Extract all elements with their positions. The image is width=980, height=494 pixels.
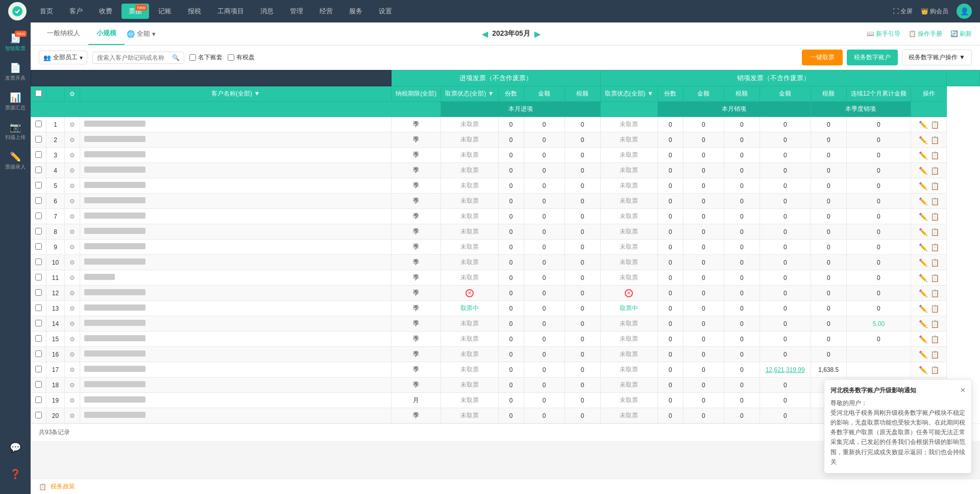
gear-icon[interactable]: ⚙ [69, 228, 75, 236]
row-checkbox[interactable] [35, 213, 42, 219]
sidebar-item-invoice-summary[interactable]: 📊 票据汇总 [0, 87, 31, 116]
nav-operation[interactable]: 经营 [312, 4, 340, 19]
search-input[interactable] [97, 54, 170, 61]
gear-icon[interactable]: ⚙ [69, 198, 75, 205]
gear-icon[interactable]: ⚙ [69, 305, 75, 312]
edit-icon[interactable]: ✏️ [919, 243, 927, 251]
copy-icon[interactable]: 📋 [930, 136, 939, 144]
next-month-button[interactable]: ▶ [534, 29, 541, 39]
sub-account-checkbox[interactable] [189, 54, 196, 61]
copy-icon[interactable]: 📋 [930, 197, 939, 205]
edit-icon[interactable]: ✏️ [919, 228, 927, 236]
nav-settings[interactable]: 设置 [372, 4, 399, 19]
sidebar-item-open-invoice[interactable]: 📄 发票开具 [0, 57, 31, 87]
edit-icon[interactable]: ✏️ [919, 320, 927, 328]
tax-disk-checkbox[interactable] [228, 54, 234, 61]
edit-icon[interactable]: ✏️ [919, 350, 927, 359]
copy-icon[interactable]: 📋 [930, 274, 939, 282]
sidebar-help-icon[interactable]: ❓ [10, 463, 21, 486]
gear-icon[interactable]: ⚙ [69, 244, 75, 251]
gear-icon[interactable]: ⚙ [69, 259, 75, 266]
header-tax-period[interactable]: 纳税期限(全部) [391, 86, 441, 102]
row-checkbox[interactable] [35, 335, 42, 342]
gear-icon[interactable]: ⚙ [69, 336, 75, 343]
edit-icon[interactable]: ✏️ [919, 197, 927, 205]
sub-account-checkbox-label[interactable]: 名下账套 [189, 53, 223, 62]
gear-icon[interactable]: ⚙ [69, 290, 75, 297]
edit-icon[interactable]: ✏️ [919, 258, 927, 267]
gear-icon[interactable]: ⚙ [69, 136, 75, 144]
sidebar-item-scan-upload[interactable]: 📷 扫描上传 [0, 116, 31, 146]
edit-icon[interactable]: ✏️ [919, 136, 927, 144]
gear-icon[interactable]: ⚙ [69, 397, 75, 404]
manual-link[interactable]: 📋 操作手册 [909, 30, 942, 38]
sidebar-item-invoice-entry[interactable]: ✏️ 票据录入 [0, 146, 31, 176]
header-out-status[interactable]: 取票状态(全部) ▼ [600, 86, 657, 102]
row-checkbox[interactable] [35, 396, 42, 403]
row-checkbox[interactable] [35, 304, 42, 311]
copy-icon[interactable]: 📋 [930, 182, 939, 190]
row-checkbox[interactable] [35, 121, 42, 127]
row-checkbox[interactable] [35, 167, 42, 173]
sidebar-item-smart-invoice[interactable]: 🧾 智能取票 new [0, 28, 31, 57]
row-checkbox[interactable] [35, 320, 42, 326]
row-checkbox[interactable] [35, 366, 42, 372]
edit-icon[interactable]: ✏️ [919, 304, 927, 313]
gear-icon[interactable]: ⚙ [69, 382, 75, 389]
edit-icon[interactable]: ✏️ [919, 366, 927, 374]
edit-icon[interactable]: ✏️ [919, 213, 927, 221]
tab-general-taxpayer[interactable]: 一般纳税人 [39, 22, 88, 45]
nav-business[interactable]: 工商项目 [210, 4, 251, 19]
copy-icon[interactable]: 📋 [930, 228, 939, 236]
row-checkbox[interactable] [35, 228, 42, 234]
gear-icon[interactable]: ⚙ [69, 213, 75, 220]
popup-close-button[interactable]: ✕ [960, 386, 965, 395]
gear-icon[interactable]: ⚙ [69, 366, 75, 373]
edit-icon[interactable]: ✏️ [919, 182, 927, 190]
avatar[interactable]: 👤 [957, 4, 972, 19]
edit-icon[interactable]: ✏️ [919, 335, 927, 343]
row-checkbox[interactable] [35, 243, 42, 250]
member-btn[interactable]: 👑 购会员 [921, 7, 948, 16]
copy-icon[interactable]: 📋 [930, 366, 939, 374]
nav-tax[interactable]: 报税 [181, 4, 208, 19]
gear-icon[interactable]: ⚙ [69, 167, 75, 174]
tax-digital-ops-button[interactable]: 税务数字账户操作 ▼ [902, 50, 972, 65]
copy-icon[interactable]: 📋 [930, 258, 939, 267]
row-checkbox[interactable] [35, 197, 42, 204]
row-checkbox[interactable] [35, 258, 42, 265]
copy-icon[interactable]: 📋 [930, 243, 939, 251]
edit-icon[interactable]: ✏️ [919, 167, 927, 175]
fullscreen-btn[interactable]: ⛶ 全屏 [893, 7, 913, 16]
tab-small-scale[interactable]: 小规模 [88, 22, 125, 45]
gear-icon[interactable]: ⚙ [69, 320, 75, 327]
edit-icon[interactable]: ✏️ [919, 121, 927, 129]
edit-icon[interactable]: ✏️ [919, 274, 927, 282]
row-checkbox[interactable] [35, 136, 42, 143]
header-in-status[interactable]: 取票状态(全部) ▼ [441, 86, 498, 102]
gear-icon[interactable]: ⚙ [69, 351, 75, 358]
sidebar-chat-icon[interactable]: 💬 [10, 437, 21, 459]
copy-icon[interactable]: 📋 [930, 320, 939, 328]
copy-icon[interactable]: 📋 [930, 335, 939, 343]
gear-icon[interactable]: ⚙ [69, 412, 75, 419]
refresh-link[interactable]: 🔄 刷新 [950, 30, 972, 38]
nav-message[interactable]: 消息 [253, 4, 281, 19]
one-click-fetch-button[interactable]: 一键取票 [802, 50, 843, 65]
row-checkbox[interactable] [35, 182, 42, 189]
copy-icon[interactable]: 📋 [930, 304, 939, 313]
edit-icon[interactable]: ✏️ [919, 289, 927, 297]
row-checkbox[interactable] [35, 350, 42, 357]
edit-icon[interactable]: ✏️ [919, 151, 927, 159]
copy-icon[interactable]: 📋 [930, 121, 939, 129]
nav-fee[interactable]: 收费 [92, 4, 119, 19]
header-client-name[interactable]: 客户名称(全部) ▼ [80, 86, 391, 102]
nav-home[interactable]: 首页 [33, 4, 60, 19]
tax-digital-button[interactable]: 税务数字账户 [847, 50, 898, 65]
tab-all[interactable]: 🌐 全能 ▾ [127, 29, 156, 38]
copy-icon[interactable]: 📋 [930, 289, 939, 297]
gear-icon[interactable]: ⚙ [69, 182, 75, 190]
tax-disk-checkbox-label[interactable]: 有税盘 [228, 53, 255, 62]
gear-icon[interactable]: ⚙ [69, 274, 75, 281]
gear-icon[interactable]: ⚙ [69, 152, 75, 159]
